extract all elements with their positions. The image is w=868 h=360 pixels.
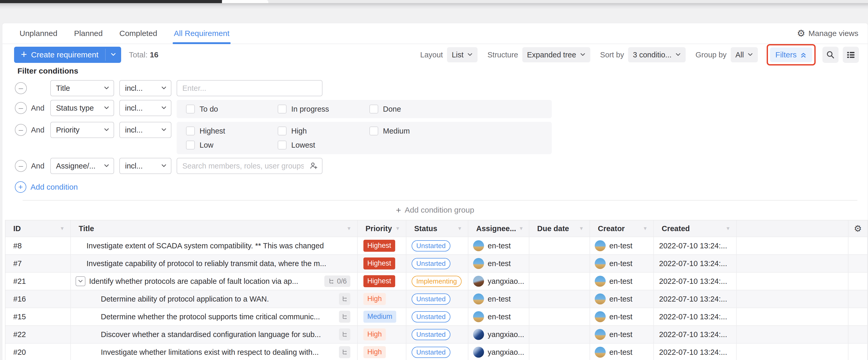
chevron-down-icon xyxy=(161,128,167,132)
col-header-priority[interactable]: Priority▼ xyxy=(358,220,406,237)
checkbox-option-low[interactable]: Low xyxy=(186,138,278,152)
col-header-title[interactable]: Title▼ xyxy=(71,220,358,237)
field-select[interactable]: Priority xyxy=(50,122,114,138)
subtask-tree-button[interactable] xyxy=(339,293,350,305)
checkbox-option-medium[interactable]: Medium xyxy=(369,124,461,138)
col-header-label: ID xyxy=(13,224,21,233)
filter-triangle-icon: ▼ xyxy=(725,226,731,231)
col-header-label: Assignee... xyxy=(476,224,516,233)
col-header-status[interactable]: Status▼ xyxy=(406,220,468,237)
checkbox[interactable] xyxy=(369,127,378,135)
table-row-16[interactable]: #16Determine ability of protocol applica… xyxy=(5,290,868,308)
add-condition-group-button[interactable]: + Add condition group xyxy=(2,204,868,216)
create-dropdown-button[interactable] xyxy=(105,47,121,63)
structure-value: Expanded tree xyxy=(527,51,576,59)
sort-by-select[interactable]: 3 conditio... xyxy=(628,47,685,62)
cell-status: Unstarted xyxy=(406,343,468,360)
table-row-21[interactable]: #21Identify whether protocols are capabl… xyxy=(5,273,868,290)
checkbox-option-to-do[interactable]: To do xyxy=(186,102,278,116)
col-header-creator[interactable]: Creator▼ xyxy=(590,220,654,237)
col-header-created[interactable]: Created▼ xyxy=(654,220,737,237)
tab-all-requirement[interactable]: All Requirement xyxy=(174,23,229,44)
table-row-15[interactable]: #15Determine whether the protocol suppor… xyxy=(5,308,868,326)
col-header-due[interactable]: Due date▼ xyxy=(529,220,590,237)
subtask-tree-button[interactable] xyxy=(339,311,350,323)
checkbox-option-high[interactable]: High xyxy=(278,124,369,138)
create-requirement-button[interactable]: + Create requirement xyxy=(14,47,121,63)
member-search-input[interactable] xyxy=(177,158,322,174)
remove-condition-button[interactable]: – xyxy=(15,160,27,172)
table-row-20[interactable]: #20Investigate whether limitations exist… xyxy=(5,343,868,360)
checkbox-option-lowest[interactable]: Lowest xyxy=(278,138,369,152)
status-badge: Unstarted xyxy=(412,294,451,305)
status-badge: Unstarted xyxy=(412,347,451,358)
subtask-tree-button[interactable] xyxy=(339,346,350,358)
checkbox-label: In progress xyxy=(291,105,329,113)
subtask-count-badge[interactable]: 0/6 xyxy=(324,275,350,287)
title-inner: Determine whether the protocol supports … xyxy=(71,311,357,323)
remove-condition-button[interactable]: – xyxy=(15,124,27,136)
filters-button[interactable]: Filters xyxy=(770,48,812,62)
toolbar: + Create requirement Total: 16 LayoutLis… xyxy=(14,47,859,63)
table-row-8[interactable]: #8Investigate extent of SCADA system com… xyxy=(5,237,868,255)
filter-triangle-icon: ▼ xyxy=(60,226,65,231)
operator-select[interactable]: incl... xyxy=(119,158,172,174)
table-row-22[interactable]: #22Discover whether a standardised confi… xyxy=(5,326,868,343)
avatar xyxy=(595,258,606,269)
remove-condition-button[interactable]: – xyxy=(15,82,27,94)
cell-actions xyxy=(848,308,868,326)
create-requirement-main[interactable]: + Create requirement xyxy=(14,47,105,63)
group-by-select[interactable]: All xyxy=(731,47,758,62)
field-select[interactable]: Status type xyxy=(50,100,114,116)
structure-select[interactable]: Expanded tree xyxy=(522,47,590,62)
tab-completed[interactable]: Completed xyxy=(119,23,157,44)
requirement-title: Discover whether a standardised configur… xyxy=(101,330,321,339)
cell-priority: Highest xyxy=(358,237,406,255)
field-select[interactable]: Title xyxy=(50,80,114,96)
filter-triangle-icon: ▼ xyxy=(457,226,462,231)
expand-toggle-button[interactable] xyxy=(75,276,86,286)
priority-badge: Highest xyxy=(363,275,395,287)
checkbox[interactable] xyxy=(186,105,195,113)
cell-spacer xyxy=(737,308,848,326)
operator-select[interactable]: incl... xyxy=(119,80,172,96)
col-header-id[interactable]: ID▼ xyxy=(5,220,71,237)
checkbox-option-done[interactable]: Done xyxy=(369,102,461,116)
checkbox[interactable] xyxy=(186,141,195,149)
table-row-7[interactable]: #7Investigate capability of protocol to … xyxy=(5,255,868,273)
operator-select[interactable]: incl... xyxy=(119,122,172,138)
manage-views-button[interactable]: ⚙ Manage views xyxy=(797,29,858,38)
add-condition-button[interactable]: + Add condition xyxy=(15,181,78,193)
col-header-label: Due date xyxy=(537,224,569,233)
page-top-shadow xyxy=(0,3,868,9)
tree-icon xyxy=(341,349,348,356)
checkbox-option-highest[interactable]: Highest xyxy=(186,124,278,138)
status-badge: Unstarted xyxy=(412,311,451,323)
tab-unplanned[interactable]: Unplanned xyxy=(20,23,57,44)
field-select[interactable]: Assignee/... xyxy=(50,158,114,174)
col-header-assignee[interactable]: Assignee...▼ xyxy=(468,220,529,237)
creator-name: en-test xyxy=(609,259,632,268)
search-button[interactable] xyxy=(823,47,839,63)
checkbox-option-in-progress[interactable]: In progress xyxy=(278,102,369,116)
checkbox[interactable] xyxy=(278,127,286,135)
avatar xyxy=(595,294,606,304)
cell-id: #8 xyxy=(5,237,71,255)
checkbox[interactable] xyxy=(369,105,378,113)
checkbox[interactable] xyxy=(186,127,195,135)
assignee-name: en-test xyxy=(488,259,511,268)
cell-title: Determine whether the protocol supports … xyxy=(71,308,358,326)
checkbox[interactable] xyxy=(278,141,286,149)
tab-planned[interactable]: Planned xyxy=(74,23,103,44)
subtask-tree-button[interactable] xyxy=(339,328,350,340)
col-header-spacer xyxy=(737,220,848,237)
filter-text-input[interactable] xyxy=(177,80,322,96)
title-inner: Investigate extent of SCADA system compa… xyxy=(71,242,357,250)
column-settings-button[interactable]: ⚙ xyxy=(848,220,868,237)
layout-select[interactable]: List xyxy=(447,47,477,62)
conjunction-label: And xyxy=(31,100,50,116)
remove-condition-button[interactable]: – xyxy=(15,102,27,114)
operator-select[interactable]: incl... xyxy=(119,100,172,116)
checkbox[interactable] xyxy=(278,105,286,113)
list-view-button[interactable] xyxy=(843,47,859,63)
